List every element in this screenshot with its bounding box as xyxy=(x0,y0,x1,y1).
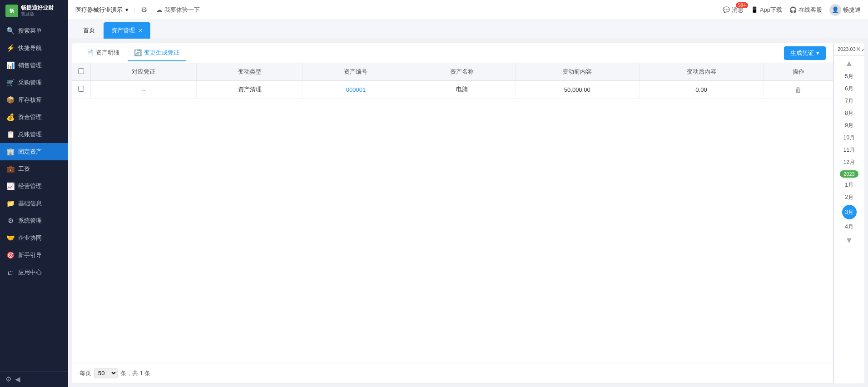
sidebar-item-inventory[interactable]: 📦 库存核算 xyxy=(0,91,68,109)
generate-voucher-label: 生成凭证 xyxy=(790,49,814,57)
sidebar-collapse-button[interactable]: ◀ xyxy=(15,375,20,383)
quicknav-icon: ⚡ xyxy=(6,44,15,52)
fixedassets-icon: 🏢 xyxy=(6,148,15,156)
calendar-down-button[interactable]: ▼ xyxy=(842,233,857,248)
dropdown-arrow-icon: ▾ xyxy=(816,50,819,56)
table-header-row: 对应凭证 变动类型 资产编号 资产名称 xyxy=(72,63,833,81)
sidebar-item-label: 企业协同 xyxy=(18,234,42,242)
tabbar: 首页 资产管理 ✕ xyxy=(68,20,868,39)
th-action: 操作 xyxy=(764,63,833,81)
calendar-month-3-active[interactable]: 3月 xyxy=(842,205,857,219)
calendar-month-2[interactable]: 2月 xyxy=(834,191,864,203)
calendar-month-7[interactable]: 7月 xyxy=(834,95,864,107)
sidebar-item-purchase[interactable]: 🛒 采购管理 xyxy=(0,74,68,91)
experience-label: 我要体验一下 xyxy=(164,6,200,14)
appstore-icon: 🗂 xyxy=(6,269,15,277)
row-checkbox[interactable] xyxy=(78,86,84,92)
sidebar-item-fixedassets[interactable]: 🏢 固定资产 xyxy=(0,143,68,160)
messages-button[interactable]: 💬 消息 99+ xyxy=(723,6,744,14)
sidebar-item-system[interactable]: ⚙ 系统管理 xyxy=(0,212,68,229)
calendar-month-9[interactable]: 9月 xyxy=(834,119,864,132)
right-panel-close-button[interactable]: ✕ xyxy=(856,45,861,53)
inventory-icon: 📦 xyxy=(6,96,15,104)
sub-tab-asset-detail[interactable]: 📄 资产明细 xyxy=(79,45,126,61)
sidebar-item-label: 销售管理 xyxy=(18,61,42,69)
calendar-month-5[interactable]: 5月 xyxy=(834,70,864,83)
app-download-button[interactable]: 📱 App下载 xyxy=(751,6,782,14)
calendar-month-4[interactable]: 4月 xyxy=(834,221,864,233)
row-before-change: 50,000.00 xyxy=(515,81,639,99)
right-panel-expand-button[interactable]: ⤢ xyxy=(861,45,864,53)
sidebar-item-ledger[interactable]: 📋 总账管理 xyxy=(0,126,68,143)
sidebar-item-quicknav[interactable]: ⚡ 快捷导航 xyxy=(0,40,68,57)
tab-home-label: 首页 xyxy=(83,27,95,34)
topbar: 医疗器械行业演示 ▾ | ⚙ ☁ 我要体验一下 💬 消息 99+ 📱 App下载… xyxy=(68,0,868,20)
app-download-label: App下载 xyxy=(760,6,782,14)
table-container: 对应凭证 变动类型 资产编号 资产名称 xyxy=(72,63,833,363)
select-all-checkbox[interactable] xyxy=(78,68,84,74)
total-label: 条，共 1 条 xyxy=(120,369,150,377)
message-icon: 💬 xyxy=(723,6,730,13)
row-asset-code: 000001 xyxy=(303,81,409,99)
sidebar-item-label: 快捷导航 xyxy=(18,44,42,52)
logo-title: 畅捷通好业财 xyxy=(21,5,54,11)
calendar-month-6[interactable]: 6月 xyxy=(834,83,864,95)
sub-tabbar: 📄 资产明细 🔄 变更生成凭证 生成凭证 ▾ xyxy=(72,43,833,63)
sidebar-item-search[interactable]: 🔍 搜索菜单 xyxy=(0,22,68,40)
asset-table: 对应凭证 变动类型 资产编号 资产名称 xyxy=(72,63,833,99)
sidebar-item-sales[interactable]: 📊 销售管理 xyxy=(0,57,68,74)
calendar-month-8[interactable]: 8月 xyxy=(834,107,864,119)
calendar-month-1[interactable]: 1月 xyxy=(834,179,864,191)
sidebar-settings-button[interactable]: ⚙ xyxy=(5,375,11,383)
sidebar-bottom: ⚙ ◀ xyxy=(0,371,68,387)
company-name: 医疗器械行业演示 xyxy=(75,6,123,14)
calendar-up-button[interactable]: ▲ xyxy=(842,56,857,70)
sidebar-item-guide[interactable]: 🎯 新手引导 xyxy=(0,247,68,264)
sub-tab-asset-detail-label: 资产明细 xyxy=(96,49,119,57)
salary-icon: 💼 xyxy=(6,165,15,173)
headset-icon: 🎧 xyxy=(789,6,797,13)
tab-home[interactable]: 首页 xyxy=(75,22,103,39)
user-menu[interactable]: 👤 畅捷通 xyxy=(829,4,861,16)
sidebar-item-appstore[interactable]: 🗂 应用中心 xyxy=(0,264,68,281)
tab-asset-mgmt[interactable]: 资产管理 ✕ xyxy=(104,22,150,39)
basics-icon: 📁 xyxy=(6,199,15,208)
sidebar-item-label: 资金管理 xyxy=(18,113,42,121)
calendar-month-12[interactable]: 12月 xyxy=(834,156,864,169)
sidebar-item-label: 应用中心 xyxy=(18,268,42,277)
th-checkbox xyxy=(72,63,90,81)
row-change-type: 资产清理 xyxy=(197,81,303,99)
experience-btn[interactable]: ☁ 我要体验一下 xyxy=(156,6,200,14)
company-selector[interactable]: 医疗器械行业演示 ▾ xyxy=(75,6,129,14)
sidebar-item-collab[interactable]: 🤝 企业协同 xyxy=(0,229,68,247)
sidebar-item-salary[interactable]: 💼 工资 xyxy=(0,160,68,178)
sidebar-item-operations[interactable]: 📈 经营管理 xyxy=(0,178,68,195)
dropdown-icon: ▾ xyxy=(125,6,129,13)
row-voucher: -- xyxy=(90,81,197,99)
user-name: 畅捷通 xyxy=(843,6,861,14)
sidebar-item-finance[interactable]: 💰 资金管理 xyxy=(0,109,68,126)
delete-icon[interactable]: 🗑 xyxy=(795,86,802,94)
settings-icon[interactable]: ⚙ xyxy=(141,5,147,14)
collab-icon: 🤝 xyxy=(6,234,15,242)
main-content: 医疗器械行业演示 ▾ | ⚙ ☁ 我要体验一下 💬 消息 99+ 📱 App下载… xyxy=(68,0,868,387)
generate-voucher-button[interactable]: 生成凭证 ▾ xyxy=(784,46,826,60)
sidebar: 畅 畅捷通好业财 普及版 🔍 搜索菜单 ⚡ 快捷导航 📊 销售管理 🛒 采购管理… xyxy=(0,0,68,387)
sidebar-item-label: 总账管理 xyxy=(18,130,42,139)
calendar-month-11[interactable]: 11月 xyxy=(834,144,864,156)
search-icon: 🔍 xyxy=(6,27,15,35)
calendar-month-10[interactable]: 10月 xyxy=(834,132,864,144)
sidebar-item-basics[interactable]: 📁 基础信息 xyxy=(0,195,68,212)
online-service-button[interactable]: 🎧 在线客服 xyxy=(789,6,822,14)
th-asset-code: 资产编号 xyxy=(303,63,409,81)
per-page-select[interactable]: 50 10 20 100 xyxy=(94,368,118,378)
sub-tab-change-voucher[interactable]: 🔄 变更生成凭证 xyxy=(128,45,186,61)
row-asset-name: 电脑 xyxy=(409,81,515,99)
online-service-label: 在线客服 xyxy=(799,6,822,14)
purchase-icon: 🛒 xyxy=(6,79,15,87)
tab-close-icon[interactable]: ✕ xyxy=(139,28,143,33)
topbar-right: 💬 消息 99+ 📱 App下载 🎧 在线客服 👤 畅捷通 xyxy=(723,4,861,16)
change-voucher-icon: 🔄 xyxy=(134,49,142,56)
ledger-icon: 📋 xyxy=(6,130,15,139)
right-panel-header: 2023.03 ✕ ⤢ xyxy=(834,43,864,56)
